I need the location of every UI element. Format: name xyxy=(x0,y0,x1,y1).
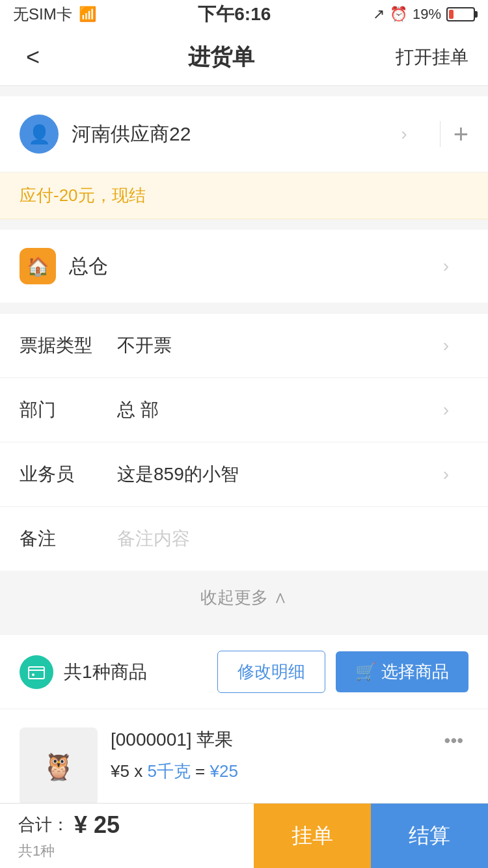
total-amount: ¥ 25 xyxy=(74,811,120,839)
department-label: 部门 xyxy=(20,398,98,422)
warehouse-icon: 🏠 xyxy=(20,248,56,284)
carrier-text: 无SIM卡 xyxy=(13,4,72,25)
notice-bar: 应付-20元，现结 xyxy=(0,172,488,219)
section-gap-4 xyxy=(0,625,488,635)
section-gap-3 xyxy=(0,303,488,313)
select-product-button[interactable]: 🛒 选择商品 xyxy=(336,651,468,692)
product-logo: 🦉 xyxy=(42,752,75,782)
cart-icon: 🛒 xyxy=(355,662,376,682)
svg-point-1 xyxy=(32,673,34,676)
salesperson-value: 这是859的小智 xyxy=(117,462,443,487)
unit-price: ¥5 xyxy=(111,761,129,781)
open-hang-button[interactable]: 打开挂单 xyxy=(396,45,468,70)
divider xyxy=(440,121,441,147)
remark-label: 备注 xyxy=(20,526,98,551)
remark-row[interactable]: 备注 备注内容 xyxy=(0,506,488,571)
department-row[interactable]: 部门 总 部 › xyxy=(0,377,488,442)
svg-rect-0 xyxy=(29,667,44,679)
total-price: ¥25 xyxy=(210,761,238,781)
product-title: 苹果 xyxy=(197,729,233,750)
warehouse-row[interactable]: 🏠 总仓 › xyxy=(0,230,488,303)
invoice-type-label: 票据类型 xyxy=(20,333,98,358)
nav-bar: < 进货单 打开挂单 xyxy=(0,29,488,86)
add-button[interactable]: + xyxy=(454,120,468,149)
alarm-icon: ⏰ xyxy=(390,6,407,23)
product-code: [0000001] xyxy=(111,729,192,750)
bottom-bar: 合计： ¥ 25 共1种 挂单 结算 xyxy=(0,803,488,868)
invoice-type-row[interactable]: 票据类型 不开票 › xyxy=(0,313,488,377)
supplier-section: 👤 河南供应商22 › + 应付-20元，现结 xyxy=(0,96,488,219)
collapse-toggle[interactable]: 收起更多 ∧ xyxy=(0,571,488,625)
invoice-chevron-icon: › xyxy=(443,335,449,356)
form-section: 票据类型 不开票 › 部门 总 部 › 业务员 这是859的小智 › 备注 备注… xyxy=(0,313,488,571)
wifi-icon: 📶 xyxy=(79,6,96,23)
invoice-type-value: 不开票 xyxy=(117,333,443,358)
remark-input[interactable]: 备注内容 xyxy=(117,526,468,551)
total-count: 共1种 xyxy=(18,841,236,861)
products-header: 共1种商品 修改明细 🛒 选择商品 xyxy=(0,635,488,709)
supplier-name: 河南供应商22 xyxy=(72,121,401,148)
page-title: 进货单 xyxy=(188,42,254,72)
product-info: [0000001] 苹果 ¥5 x 5千克 = ¥25 xyxy=(111,727,426,783)
section-gap-2 xyxy=(0,219,488,230)
status-right: ↗ ⏰ 19% xyxy=(373,6,475,23)
salesperson-label: 业务员 xyxy=(20,462,98,487)
checkout-button[interactable]: 结算 xyxy=(371,804,488,868)
edit-detail-button[interactable]: 修改明细 xyxy=(217,651,325,693)
equals-sign: = xyxy=(195,761,210,781)
battery-icon xyxy=(446,7,475,21)
department-chevron-icon: › xyxy=(443,400,449,420)
supplier-row[interactable]: 👤 河南供应商22 › + xyxy=(0,96,488,172)
product-price: ¥5 x 5千克 = ¥25 xyxy=(111,760,426,783)
status-time: 下午6:16 xyxy=(198,2,271,27)
warehouse-section: 🏠 总仓 › xyxy=(0,230,488,303)
department-value: 总 部 xyxy=(117,398,443,422)
total-label: 合计： ¥ 25 xyxy=(18,811,236,839)
supplier-chevron-icon: › xyxy=(401,124,407,144)
avatar-icon: 👤 xyxy=(28,124,51,145)
products-count: 共1种商品 xyxy=(64,660,217,685)
quantity: 5千克 xyxy=(147,761,190,781)
status-left: 无SIM卡 📶 xyxy=(13,4,96,25)
more-button[interactable]: ••• xyxy=(439,727,468,753)
product-name: [0000001] 苹果 xyxy=(111,727,426,752)
salesperson-chevron-icon: › xyxy=(443,464,449,485)
hang-button[interactable]: 挂单 xyxy=(254,804,371,868)
multiply-sign: x xyxy=(134,761,147,781)
supplier-avatar: 👤 xyxy=(20,115,59,154)
products-icon xyxy=(20,655,53,689)
back-button[interactable]: < xyxy=(20,37,46,77)
status-bar: 无SIM卡 📶 下午6:16 ↗ ⏰ 19% xyxy=(0,0,488,29)
total-section: 合计： ¥ 25 共1种 xyxy=(0,804,254,868)
salesperson-row[interactable]: 业务员 这是859的小智 › xyxy=(0,442,488,506)
product-thumbnail: 🦉 xyxy=(20,727,98,806)
location-icon: ↗ xyxy=(373,6,385,23)
warehouse-name: 总仓 xyxy=(69,253,443,280)
battery-percentage: 19% xyxy=(413,6,441,23)
warehouse-chevron-icon: › xyxy=(443,256,449,277)
section-gap-1 xyxy=(0,86,488,96)
